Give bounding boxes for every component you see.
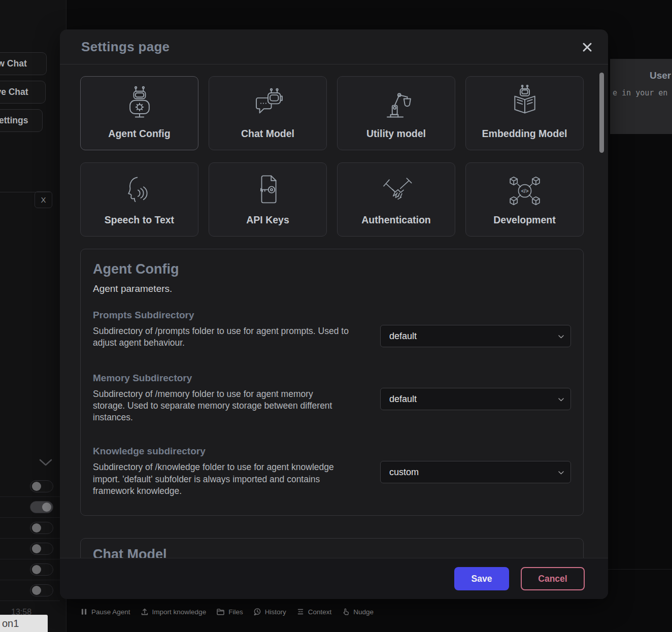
toggle-row xyxy=(0,497,60,518)
toggle-knob xyxy=(32,523,41,533)
sidebar: New Chat Save Chat ⚙ Settings X 13:58 xyxy=(0,0,66,632)
sidebar-toggle-1[interactable] xyxy=(30,480,53,492)
robot-book-icon xyxy=(504,77,546,128)
settings-label: Settings xyxy=(0,115,28,126)
import-knowledge-button[interactable]: Import knowledge xyxy=(141,608,207,616)
field-title: Knowledge subdirectory xyxy=(93,446,344,457)
toggle-row xyxy=(0,476,60,497)
sidebar-toggle-4[interactable] xyxy=(30,543,53,555)
nudge-button[interactable]: Nudge xyxy=(342,608,374,616)
robot-arm-icon xyxy=(376,77,417,128)
select-value: custom xyxy=(389,467,419,477)
nav-card-label: Development xyxy=(493,214,555,226)
nav-card-utility-model[interactable]: Utility model xyxy=(337,76,455,150)
field-title: Prompts Subdirectory xyxy=(93,310,349,321)
save-label: Save xyxy=(472,574,492,584)
toggle-row xyxy=(0,580,60,601)
prompts-subdirectory-select[interactable]: default xyxy=(380,325,571,347)
sidebar-toggle-2[interactable] xyxy=(30,501,53,513)
nav-card-label: Chat Model xyxy=(241,128,294,140)
pause-agent-button[interactable]: Pause Agent xyxy=(80,608,130,616)
nav-card-chat-model[interactable]: Chat Model xyxy=(209,76,327,150)
toggle-row xyxy=(0,518,60,539)
nav-card-label: Utility model xyxy=(366,128,426,140)
nav-card-label: API Keys xyxy=(246,214,289,226)
chevron-down-icon xyxy=(558,398,564,402)
modal-header: Settings page xyxy=(60,29,608,64)
new-chat-label: New Chat xyxy=(0,58,27,69)
toggle-knob xyxy=(42,503,51,512)
folder-icon xyxy=(216,608,225,616)
modal-title: Settings page xyxy=(81,29,170,64)
nav-card-api-keys[interactable]: API Keys xyxy=(209,162,327,237)
svg-text:</>: </> xyxy=(521,188,528,193)
speaking-face-icon xyxy=(120,163,159,214)
pause-icon xyxy=(80,608,88,616)
chat-user-label: User xyxy=(650,70,671,81)
settings-nav-grid: Agent Config Chat Model xyxy=(80,76,584,237)
field-knowledge-subdirectory: Knowledge subdirectory Subdirectory of /… xyxy=(93,446,571,497)
memory-subdirectory-select[interactable]: default xyxy=(380,388,571,410)
close-button[interactable] xyxy=(582,42,593,53)
pointing-hand-icon xyxy=(342,608,350,616)
nav-card-label: Speech to Text xyxy=(105,214,174,226)
history-clock-icon xyxy=(253,608,261,616)
app: New Chat Save Chat ⚙ Settings X 13:58 Us… xyxy=(0,0,672,632)
bottom-toolbar: Pause Agent Import knowledge Files Histo… xyxy=(80,608,374,616)
save-chat-button[interactable]: Save Chat xyxy=(0,81,46,104)
history-button[interactable]: History xyxy=(253,608,286,616)
sidebar-toggle-list xyxy=(0,476,60,601)
nav-card-label: Agent Config xyxy=(108,128,170,140)
chat-message-panel: User e in your en xyxy=(610,59,672,134)
knowledge-subdirectory-select[interactable]: custom xyxy=(380,461,571,483)
nav-card-label: Authentication xyxy=(361,214,431,226)
toolbar-label: Context xyxy=(308,608,332,616)
sidebar-toggle-3[interactable] xyxy=(30,522,53,534)
toggle-row xyxy=(0,539,60,559)
select-value: default xyxy=(389,394,417,404)
field-description: Subdirectory of /memory folder to use fo… xyxy=(93,388,334,424)
nav-card-development[interactable]: </> Development xyxy=(465,162,584,237)
chat-robot-icon xyxy=(247,77,289,128)
toolbar-label: Pause Agent xyxy=(91,608,130,616)
agent-config-section: Agent Config Agent parameters. Prompts S… xyxy=(80,249,584,516)
cancel-label: Cancel xyxy=(538,574,567,584)
sidebar-close-button[interactable]: X xyxy=(35,191,52,208)
close-icon xyxy=(582,42,593,53)
nav-card-agent-config[interactable]: Agent Config xyxy=(80,76,198,150)
status-overlay: on1 xyxy=(0,615,48,632)
sidebar-toggle-5[interactable] xyxy=(30,563,53,576)
chat-input-edge xyxy=(608,569,672,570)
toggle-knob xyxy=(32,544,41,553)
handshake-icon xyxy=(377,163,416,214)
sidebar-toggle-6[interactable] xyxy=(30,584,53,596)
toolbar-label: Nudge xyxy=(353,608,374,616)
settings-modal: Settings page Agent Config xyxy=(60,29,608,599)
toggle-knob xyxy=(32,565,41,574)
modal-scrollbar-thumb[interactable] xyxy=(599,73,604,153)
field-description: Subdirectory of /prompts folder to use f… xyxy=(93,325,349,349)
document-key-icon xyxy=(248,163,288,214)
toolbar-label: History xyxy=(265,608,286,616)
context-lines-icon xyxy=(296,608,305,616)
select-value: default xyxy=(389,331,417,341)
nav-card-speech-to-text[interactable]: Speech to Text xyxy=(80,162,198,237)
toolbar-label: Files xyxy=(228,608,243,616)
code-network-icon: </> xyxy=(505,163,545,214)
new-chat-button[interactable]: New Chat xyxy=(0,52,47,75)
files-button[interactable]: Files xyxy=(216,608,243,616)
cancel-button[interactable]: Cancel xyxy=(521,567,585,590)
nav-card-authentication[interactable]: Authentication xyxy=(337,162,455,237)
save-button[interactable]: Save xyxy=(454,567,509,590)
chevron-down-icon xyxy=(558,471,564,475)
settings-button[interactable]: ⚙ Settings xyxy=(0,109,43,132)
context-button[interactable]: Context xyxy=(296,608,332,616)
field-prompts-subdirectory: Prompts Subdirectory Subdirectory of /pr… xyxy=(93,310,571,349)
section-title: Agent Config xyxy=(93,261,571,277)
robot-config-icon xyxy=(119,77,160,128)
nav-card-label: Embedding Model xyxy=(482,128,567,140)
nav-card-embedding-model[interactable]: Embedding Model xyxy=(465,76,584,150)
chevron-down-icon[interactable] xyxy=(39,458,53,469)
save-chat-label: Save Chat xyxy=(0,87,28,97)
upload-icon xyxy=(141,608,149,616)
